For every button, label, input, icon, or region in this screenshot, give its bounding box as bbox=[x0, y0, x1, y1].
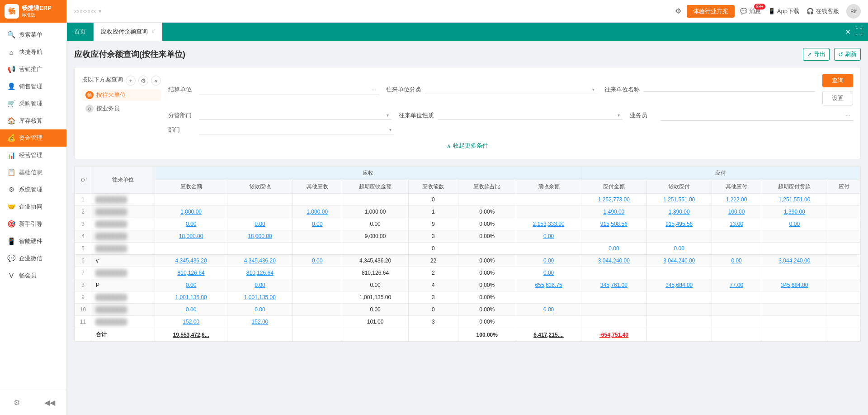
ar-amount[interactable]: 4,345,436.20 bbox=[155, 255, 227, 267]
footer-ar-prepay[interactable]: 6,417,215.... bbox=[516, 328, 581, 342]
ar-prepay[interactable]: 0.00 bbox=[516, 255, 581, 267]
ap-other[interactable]: 13.00 bbox=[712, 218, 761, 230]
ar-amount[interactable]: 1,000.00 bbox=[155, 206, 227, 218]
ap-loan[interactable]: 915,495.56 bbox=[646, 218, 712, 230]
ar-prepay[interactable]: 2,153,333.00 bbox=[516, 218, 581, 230]
ap-loan[interactable]: 0.00 bbox=[646, 243, 712, 255]
ar-prepay[interactable]: 0.00 bbox=[516, 230, 581, 243]
ar-other[interactable]: 1,000.00 bbox=[292, 206, 342, 218]
ap-overdue[interactable]: 1,251,551.00 bbox=[761, 194, 828, 206]
ar-loan[interactable]: 1,001,135.00 bbox=[227, 291, 292, 304]
footer-ar-amount[interactable]: 19,553,472,6... bbox=[155, 328, 227, 342]
ap-loan[interactable]: 1,251,551.00 bbox=[646, 194, 712, 206]
ap-amount bbox=[581, 304, 646, 316]
service-button[interactable]: 🎧 在线客服 bbox=[807, 7, 839, 15]
ar-loan[interactable]: 0.00 bbox=[227, 279, 292, 291]
ap-amount[interactable]: 3,044,240.00 bbox=[581, 255, 646, 267]
ar-loan[interactable]: 810,126.64 bbox=[227, 267, 292, 279]
ar-loan[interactable]: 0.00 bbox=[227, 304, 292, 316]
ap-amount[interactable]: 0.00 bbox=[581, 243, 646, 255]
ar-amount[interactable]: 1,001,135.00 bbox=[155, 291, 227, 304]
ap-overdue[interactable]: 0.00 bbox=[761, 218, 828, 230]
partner-type-input[interactable]: ▾ bbox=[425, 85, 597, 94]
dept-input[interactable]: ▾ bbox=[199, 111, 392, 120]
set-button[interactable]: 设置 bbox=[822, 91, 853, 105]
ar-loan[interactable]: 18,000.00 bbox=[227, 230, 292, 243]
ap-loan[interactable]: 345,684.00 bbox=[646, 279, 712, 291]
ar-amount[interactable]: 0.00 bbox=[155, 304, 227, 316]
filter-collapse-btn[interactable]: ∧ 收起更多条件 bbox=[82, 139, 853, 153]
export-button[interactable]: ↗ 导出 bbox=[803, 48, 830, 61]
sidebar-item-basic[interactable]: 📋 基础信息 bbox=[0, 164, 66, 181]
sidebar-item-system[interactable]: ⚙ 系统管理 bbox=[0, 181, 66, 198]
sidebar-item-collab[interactable]: 🤝 企业协同 bbox=[0, 198, 66, 215]
table-gear-btn[interactable]: ⚙ bbox=[80, 177, 86, 183]
partner-name-input[interactable] bbox=[643, 88, 815, 92]
ap-other[interactable]: 100.00 bbox=[712, 206, 761, 218]
sidebar-item-sales[interactable]: 👤 销售管理 bbox=[0, 78, 66, 95]
ap-loan bbox=[646, 304, 712, 316]
tab-close-icon[interactable]: × bbox=[151, 29, 155, 35]
app-download-button[interactable]: 📱 App下载 bbox=[768, 7, 799, 15]
settings-icon[interactable]: ⚙ bbox=[675, 7, 681, 15]
ar-loan[interactable]: 4,345,436.20 bbox=[227, 255, 292, 267]
promo-button[interactable]: 体验行业方案 bbox=[687, 5, 735, 18]
sidebar-item-operation[interactable]: 📊 经营管理 bbox=[0, 147, 66, 164]
ar-amount[interactable]: 152.00 bbox=[155, 316, 227, 328]
sidebar-item-guide[interactable]: 🎯 新手引导 bbox=[0, 215, 66, 233]
filter-option-salesperson[interactable]: ⊙ 按业务员 bbox=[82, 103, 161, 114]
query-button[interactable]: 查询 bbox=[822, 74, 853, 87]
ap-amount[interactable]: 915,508.56 bbox=[581, 218, 646, 230]
sidebar-item-inventory[interactable]: 🏠 库存核算 bbox=[0, 112, 66, 129]
ap-loan[interactable]: 1,390.00 bbox=[646, 206, 712, 218]
ar-amount[interactable]: 810,126.64 bbox=[155, 267, 227, 279]
ar-prepay[interactable]: 0.00 bbox=[516, 304, 581, 316]
ar-amount[interactable]: 0.00 bbox=[155, 218, 227, 230]
filter-collapse-scheme-btn[interactable]: « bbox=[151, 76, 161, 86]
ap-amount[interactable]: 345,761.00 bbox=[581, 279, 646, 291]
sidebar-item-search[interactable]: 🔍 搜索菜单 bbox=[0, 26, 66, 43]
sidebar-item-finance[interactable]: 💰 资金管理 bbox=[0, 129, 66, 147]
ar-prepay[interactable]: 655,636.75 bbox=[516, 279, 581, 291]
maximize-icon[interactable]: ⛶ bbox=[855, 28, 863, 36]
ar-amount[interactable]: 0.00 bbox=[155, 279, 227, 291]
sidebar-item-member[interactable]: Ⅴ 畅会员 bbox=[0, 267, 66, 284]
sidebar-settings-btn[interactable]: ⚙ bbox=[0, 395, 33, 410]
ar-amount[interactable]: 18,000.00 bbox=[155, 230, 227, 243]
ap-amount[interactable]: 1,490.00 bbox=[581, 206, 646, 218]
tab-ar-query[interactable]: 应收应付余额查询 × bbox=[94, 23, 162, 41]
ap-amount[interactable]: 1,252,773.00 bbox=[581, 194, 646, 206]
ar-loan[interactable]: 152.00 bbox=[227, 316, 292, 328]
ap-amount bbox=[581, 230, 646, 243]
sidebar-item-quicknav[interactable]: ⌂ 快捷导航 bbox=[0, 43, 66, 61]
ap-overdue[interactable]: 3,044,240.00 bbox=[761, 255, 828, 267]
refresh-button[interactable]: ↺ 刷新 bbox=[834, 48, 861, 61]
ar-prepay[interactable]: 0.00 bbox=[516, 267, 581, 279]
ap-other[interactable]: 0.00 bbox=[712, 255, 761, 267]
ap-loan[interactable]: 3,044,240.00 bbox=[646, 255, 712, 267]
ar-other[interactable]: 0.00 bbox=[292, 218, 342, 230]
sidebar-item-purchase[interactable]: 🛒 采购管理 bbox=[0, 95, 66, 112]
ap-other[interactable]: 1,222.00 bbox=[712, 194, 761, 206]
ar-loan[interactable]: 0.00 bbox=[227, 218, 292, 230]
chevron-up-icon: ∧ bbox=[447, 143, 451, 149]
message-button[interactable]: 💬 消息 99+ bbox=[740, 7, 761, 15]
ap-overdue[interactable]: 345,684.00 bbox=[761, 279, 828, 291]
sidebar-collapse-btn[interactable]: ◀◀ bbox=[33, 395, 67, 410]
unit-dept-input[interactable]: ▾ bbox=[199, 125, 394, 134]
filter-option-partner[interactable]: 畅 按往来单位 bbox=[82, 89, 161, 101]
sidebar-item-marketing[interactable]: 📢 营销推广 bbox=[0, 61, 66, 78]
salesperson-input[interactable]: ··· bbox=[660, 110, 853, 121]
ap-overdue[interactable]: 1,390.00 bbox=[761, 206, 828, 218]
filter-settings-btn[interactable]: ⚙ bbox=[138, 76, 148, 86]
ap-other[interactable]: 77.00 bbox=[712, 279, 761, 291]
sidebar-item-hardware[interactable]: 📱 智能硬件 bbox=[0, 233, 66, 250]
ar-other[interactable]: 0.00 bbox=[292, 255, 342, 267]
settlement-unit-input[interactable]: ··· bbox=[199, 84, 379, 95]
user-avatar[interactable]: Rit bbox=[846, 4, 861, 19]
sidebar-item-wechat[interactable]: 💬 企业微信 bbox=[0, 250, 66, 267]
tab-home[interactable]: 首页 bbox=[67, 23, 94, 41]
filter-add-btn[interactable]: + bbox=[126, 76, 136, 86]
close-window-icon[interactable]: ✕ bbox=[845, 28, 851, 36]
partner-nature-input[interactable]: ▾ bbox=[438, 111, 622, 120]
